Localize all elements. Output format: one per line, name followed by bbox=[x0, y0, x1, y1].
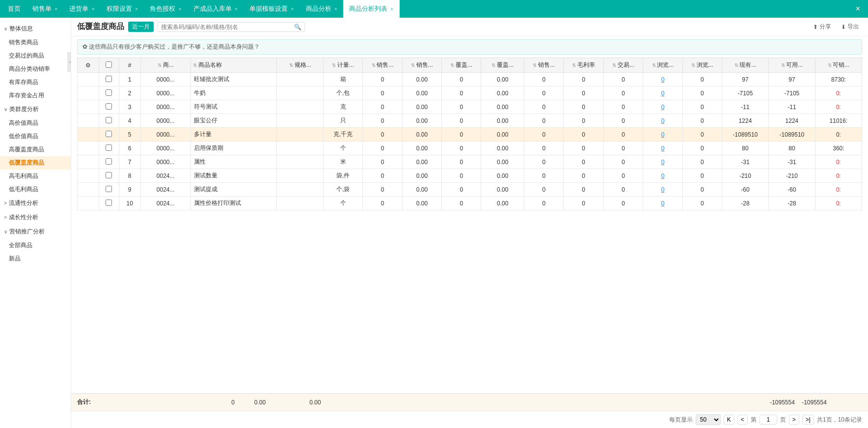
data-table: ⚙ # 商... 商品名称 规格... 计量... 销售... 销售... 覆盖… bbox=[77, 57, 862, 210]
close-icon[interactable]: × bbox=[235, 6, 238, 12]
browse-link[interactable]: 0 bbox=[661, 186, 665, 193]
export-button[interactable]: ⬇ 导出 bbox=[838, 22, 862, 32]
top-nav: 首页 销售单 × 进货单 × 权限设置 × 角色授权 × 产成品入库单 × 单据… bbox=[0, 0, 868, 18]
nav-sales[interactable]: 销售单 × bbox=[27, 0, 63, 18]
row-checkbox[interactable] bbox=[106, 200, 112, 206]
row-checkbox[interactable] bbox=[106, 76, 112, 82]
col-avail-header[interactable]: 可用... bbox=[768, 58, 815, 73]
col-cover2-header[interactable]: 覆盖... bbox=[481, 58, 524, 73]
col-trans-header[interactable]: 交易... bbox=[603, 58, 643, 73]
sidebar-item-in-stock[interactable]: 有库存商品 bbox=[0, 76, 71, 89]
browse-link[interactable]: 0 bbox=[661, 76, 665, 83]
sidebar-group-flow[interactable]: > 流通性分析 bbox=[0, 196, 71, 210]
col-spec-header[interactable]: 规格... bbox=[277, 58, 324, 73]
sidebar-item-low-value[interactable]: 低价值商品 bbox=[0, 130, 71, 143]
page-input[interactable] bbox=[760, 415, 777, 425]
col-unit-header[interactable]: 计量... bbox=[324, 58, 363, 73]
sidebar-item-low-margin[interactable]: 低毛利商品 bbox=[0, 183, 71, 196]
col-cover1-header[interactable]: 覆盖... bbox=[442, 58, 481, 73]
browse-link[interactable]: 0 bbox=[661, 131, 665, 138]
table-cell: 0.00 bbox=[481, 155, 524, 169]
browse-link[interactable]: 0 bbox=[661, 159, 665, 166]
col-cur-header[interactable]: 现有... bbox=[722, 58, 768, 73]
first-page-button[interactable]: K bbox=[724, 415, 734, 425]
col-browse2-header[interactable]: 浏览... bbox=[682, 58, 722, 73]
sidebar-item-new-goods[interactable]: 新品 bbox=[0, 252, 71, 265]
row-checkbox[interactable] bbox=[106, 144, 112, 151]
col-sellable-header[interactable]: 可销... bbox=[815, 58, 862, 73]
nav-product-analysis[interactable]: 商品分析 × bbox=[300, 0, 343, 18]
sidebar-item-sales-goods[interactable]: 销售类商品 bbox=[0, 36, 71, 49]
sidebar-collapse-button[interactable]: « bbox=[67, 52, 71, 72]
share-button[interactable]: ⬆ 分享 bbox=[810, 22, 834, 32]
close-icon[interactable]: × bbox=[390, 6, 393, 12]
sidebar-group-category[interactable]: ∨ 类群度分析 bbox=[0, 102, 71, 116]
row-checkbox[interactable] bbox=[106, 186, 112, 192]
col-sales-qty-header[interactable]: 销售... bbox=[363, 58, 402, 73]
sidebar-item-low-coverage[interactable]: 低覆盖度商品 bbox=[0, 156, 71, 170]
row-checkbox[interactable] bbox=[106, 158, 112, 165]
nav-permissions[interactable]: 权限设置 × bbox=[101, 0, 144, 18]
browse-link[interactable]: 0 bbox=[661, 104, 665, 111]
table-cell: 0: bbox=[815, 183, 862, 197]
sidebar-item-traded-goods[interactable]: 交易过的商品 bbox=[0, 49, 71, 62]
prev-page-button[interactable]: < bbox=[737, 415, 748, 425]
sidebar-group-marketing[interactable]: ∨ 营销推广分析 bbox=[0, 225, 71, 239]
content-area: 低覆盖度商品 近一月 🔍 ⬆ 分享 ⬇ 导出 ✿ 这些商品只有很少客户购买过，是… bbox=[71, 18, 868, 428]
sidebar-item-category-rate[interactable]: 商品分类动销率 bbox=[0, 62, 71, 76]
browse-link[interactable]: 0 bbox=[661, 90, 665, 97]
browse-link[interactable]: 0 bbox=[661, 145, 665, 152]
sidebar-group-growth[interactable]: > 成长性分析 bbox=[0, 210, 71, 225]
sidebar-item-high-margin[interactable]: 高毛利商品 bbox=[0, 170, 71, 183]
per-page-select[interactable]: 50 20 100 200 bbox=[696, 414, 721, 425]
next-page-button[interactable]: > bbox=[789, 415, 799, 425]
close-icon[interactable]: × bbox=[135, 6, 138, 12]
nav-home[interactable]: 首页 bbox=[2, 0, 27, 18]
browse-link[interactable]: 0 bbox=[661, 200, 665, 207]
table-cell: 0 bbox=[603, 128, 643, 142]
sidebar-item-all-goods[interactable]: 全部商品 bbox=[0, 239, 71, 252]
window-close-button[interactable]: × bbox=[850, 4, 866, 13]
col-sales-amt-header[interactable]: 销售... bbox=[402, 58, 441, 73]
table-cell bbox=[277, 86, 324, 100]
col-gross-header[interactable]: 毛利率 bbox=[564, 58, 603, 73]
table-cell: 眼宝公仔 bbox=[190, 114, 276, 128]
row-checkbox[interactable] bbox=[106, 103, 112, 110]
last-page-button[interactable]: >| bbox=[802, 415, 814, 425]
sidebar-item-capital[interactable]: 库存资金占用 bbox=[0, 89, 71, 102]
row-checkbox[interactable] bbox=[106, 117, 112, 123]
table-cell: 0 bbox=[603, 142, 643, 155]
close-icon[interactable]: × bbox=[91, 6, 94, 12]
close-icon[interactable]: × bbox=[54, 6, 57, 12]
nav-role-auth[interactable]: 角色授权 × bbox=[144, 0, 187, 18]
col-browse1-header[interactable]: 浏览... bbox=[643, 58, 682, 73]
search-box[interactable]: 🔍 bbox=[158, 22, 305, 32]
period-button[interactable]: 近一月 bbox=[128, 22, 154, 32]
select-all-checkbox[interactable] bbox=[106, 61, 112, 68]
sidebar-item-high-value[interactable]: 高价值商品 bbox=[0, 116, 71, 130]
nav-product-analysis-list[interactable]: 商品分析列表 × bbox=[343, 0, 399, 18]
row-checkbox[interactable] bbox=[106, 172, 112, 178]
sidebar-group-overall[interactable]: ∨ 整体信息 bbox=[0, 22, 71, 36]
close-icon[interactable]: × bbox=[291, 6, 294, 12]
close-icon[interactable]: × bbox=[334, 6, 337, 12]
col-code-header[interactable]: 商... bbox=[140, 58, 190, 73]
sidebar-item-high-coverage[interactable]: 高覆盖度商品 bbox=[0, 143, 71, 156]
browse-link[interactable]: 0 bbox=[661, 117, 665, 124]
nav-product-entry[interactable]: 产成品入库单 × bbox=[188, 0, 244, 18]
col-name-header[interactable]: 商品名称 bbox=[190, 58, 276, 73]
table-cell: -31 bbox=[768, 155, 815, 169]
table-cell: 0 bbox=[363, 86, 402, 100]
table-cell: 0 bbox=[643, 183, 682, 197]
table-row: 30000...符号测试克00.0000.0000000-11-110: bbox=[78, 100, 862, 114]
col-sales2-header[interactable]: 销售... bbox=[524, 58, 564, 73]
col-settings[interactable]: ⚙ bbox=[78, 58, 99, 73]
browse-link[interactable]: 0 bbox=[661, 172, 665, 179]
search-input[interactable] bbox=[161, 24, 292, 30]
nav-purchase[interactable]: 进货单 × bbox=[63, 0, 100, 18]
row-checkbox[interactable] bbox=[106, 89, 112, 96]
nav-template-settings[interactable]: 单据模板设置 × bbox=[244, 0, 299, 18]
table-cell: 0.00 bbox=[402, 100, 441, 114]
row-checkbox[interactable] bbox=[106, 131, 112, 137]
close-icon[interactable]: × bbox=[178, 6, 181, 12]
